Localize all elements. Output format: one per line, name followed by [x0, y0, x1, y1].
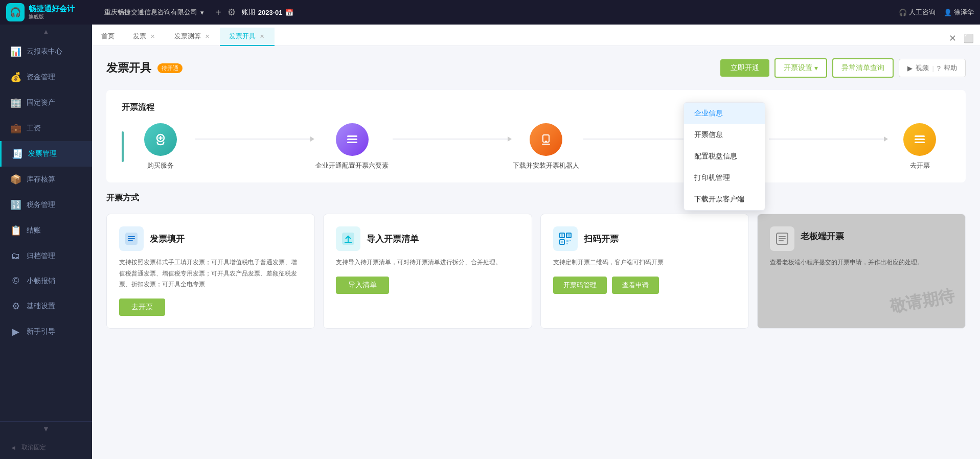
tab-invoice-open-close[interactable]: ✕ — [259, 33, 265, 40]
method-manual-icon — [119, 226, 144, 251]
tab-invoice-open[interactable]: 发票开具 ✕ — [220, 28, 275, 46]
go-invoice-btn[interactable]: 去开票 — [119, 299, 165, 316]
tab-invoice-open-label: 发票开具 — [229, 32, 256, 41]
company-selector[interactable]: 重庆畅捷交通信息咨询有限公司 ▾ — [99, 6, 209, 19]
gear-icon: ⚙ — [227, 7, 236, 18]
separator: | — [932, 64, 933, 72]
unpin-label: 取消固定 — [21, 443, 46, 452]
dropdown-arrow-icon: ▾ — [200, 9, 204, 16]
calendar-icon: 📅 — [285, 9, 293, 16]
support-btn[interactable]: 🎧 人工咨询 — [899, 8, 936, 17]
view-apply-btn[interactable]: 查看申请 — [612, 277, 659, 294]
import-list-btn[interactable]: 导入清单 — [336, 277, 389, 294]
step-connector-2 — [393, 139, 509, 140]
tab-invoice-calc[interactable]: 发票测算 ✕ — [165, 28, 220, 46]
user-profile-btn[interactable]: 👤 徐泽华 — [944, 8, 974, 17]
assets-icon: 🏢 — [10, 97, 21, 108]
settings-icon-btn[interactable]: ⚙ — [227, 7, 236, 18]
sidebar-label-settings: 基础设置 — [27, 302, 55, 311]
logo-area: 🎧 畅捷通好会计 旗舰版 — [6, 3, 93, 21]
page-title: 发票开具 — [106, 60, 151, 76]
tab-invoice-label: 发票 — [133, 32, 146, 41]
abnormal-list-btn[interactable]: 异常清单查询 — [832, 58, 894, 78]
boss-desc: 查看老板端小程序提交的开票申请，并作出相应的处理。 — [770, 257, 953, 268]
tab-invoice[interactable]: 发票 ✕ — [124, 28, 165, 46]
maximize-window-btn[interactable]: ⬜ — [962, 31, 976, 45]
invoice-setting-btn[interactable]: 开票设置 ▾ — [774, 58, 827, 78]
tab-invoice-calc-close[interactable]: ✕ — [204, 33, 211, 40]
svg-rect-18 — [128, 238, 135, 239]
step-config-label: 企业开通配置开票六要素 — [315, 161, 389, 170]
sidebar-item-finance[interactable]: 💰 资金管理 — [0, 64, 92, 90]
step-go-label: 去开票 — [910, 161, 930, 170]
page-content: 发票开具 待开通 立即开通 开票设置 ▾ 异常清单查询 ▶ 视频 | ? 帮助 — [92, 46, 980, 459]
sidebar-scroll-down[interactable]: ▼ — [0, 422, 92, 436]
unpin-btn[interactable]: ◄ 取消固定 — [0, 436, 92, 459]
sidebar-item-settings[interactable]: ⚙ 基础设置 — [0, 293, 92, 319]
sidebar-item-settle[interactable]: 📋 结账 — [0, 218, 92, 243]
play-icon: ▶ — [907, 64, 913, 72]
svg-rect-8 — [542, 144, 550, 145]
sidebar-label-assets: 固定资产 — [27, 98, 55, 107]
sidebar-item-archive[interactable]: 🗂 归档管理 — [0, 243, 92, 268]
activate-btn[interactable]: 立即开通 — [720, 59, 769, 77]
svg-rect-14 — [915, 139, 925, 140]
sidebar-item-reports[interactable]: 📊 云报表中心 — [0, 39, 92, 64]
tab-home[interactable]: 首页 — [92, 28, 124, 46]
flow-steps-container: 购买服务 企业开通配置开票六要素 下载并安装开票机器人 — [122, 123, 950, 170]
svg-rect-34 — [779, 238, 786, 239]
dropdown-item-printer[interactable]: 打印机管理 — [684, 167, 765, 189]
sidebar-label-guide: 新手引导 — [27, 327, 55, 336]
sidebar-item-guide[interactable]: ▶ 新手引导 — [0, 319, 92, 345]
svg-rect-3 — [347, 135, 357, 137]
period-selector[interactable]: 账期 2023-01 📅 — [242, 8, 294, 17]
dropdown-item-download-client[interactable]: 下载开票客户端 — [684, 189, 765, 210]
dropdown-item-invoice-info[interactable]: 开票信息 — [684, 124, 765, 146]
tab-invoice-close[interactable]: ✕ — [149, 33, 156, 40]
payroll-icon: 💼 — [10, 123, 21, 134]
flow-step-go: 去开票 — [889, 123, 950, 170]
flow-section: 开票流程 购买服务 企业开通配置开票六 — [106, 90, 966, 182]
inventory-icon: 📦 — [10, 174, 21, 185]
svg-rect-24 — [561, 234, 563, 237]
tab-bar: 首页 发票 ✕ 发票测算 ✕ 发票开具 ✕ ✕ ⬜ — [92, 25, 980, 46]
svg-rect-4 — [347, 139, 357, 140]
method-card-boss: 老板端开票 查看老板端小程序提交的开票申请，并作出相应的处理。 敬请期待 — [757, 214, 966, 329]
qr-manage-btn[interactable]: 开票码管理 — [553, 277, 607, 294]
step-buy-label: 购买服务 — [147, 161, 174, 170]
step-buy-icon — [144, 123, 177, 156]
flow-step-config: 企业开通配置开票六要素 — [315, 123, 389, 170]
close-window-btn[interactable]: ✕ — [945, 31, 960, 45]
archive-icon: 🗂 — [10, 250, 21, 261]
sidebar-item-inventory[interactable]: 📦 库存核算 — [0, 167, 92, 192]
tax-icon: 🔢 — [10, 199, 21, 211]
user-name: 徐泽华 — [954, 8, 974, 17]
sidebar-item-payroll[interactable]: 💼 工资 — [0, 116, 92, 141]
dropdown-item-company-info[interactable]: → 企业信息 — [684, 103, 765, 124]
flow-step-download: 下载并安装开票机器人 — [513, 123, 579, 170]
overlay-text: 敬请期待 — [888, 285, 956, 318]
svg-rect-26 — [567, 234, 570, 237]
method-section-title: 开票方式 — [106, 193, 966, 203]
method-card-scan: 扫码开票 支持定制开票二维码，客户端可扫码开票 开票码管理 查看申请 — [540, 214, 749, 329]
svg-rect-35 — [779, 240, 784, 241]
video-help-btn[interactable]: ▶ 视频 | ? 帮助 — [899, 59, 966, 77]
tab-invoice-calc-label: 发票测算 — [174, 32, 201, 41]
headset-icon: 🎧 — [899, 9, 907, 16]
sidebar-item-tax[interactable]: 🔢 税务管理 — [0, 192, 92, 218]
dropdown-item-tax-config[interactable]: 配置税盘信息 — [684, 146, 765, 167]
sidebar: ▲ 📊 云报表中心 💰 资金管理 🏢 固定资产 💼 工资 🧾 发票管理 📦 库存… — [0, 25, 92, 459]
method-manual-header: 发票填开 — [119, 226, 302, 251]
step-download-label: 下载并安装开票机器人 — [513, 161, 579, 170]
sidebar-item-invoice[interactable]: 🧾 发票管理 — [0, 141, 92, 167]
top-bar: 🎧 畅捷通好会计 旗舰版 重庆畅捷交通信息咨询有限公司 ▾ + ⚙ 账期 202… — [0, 0, 980, 25]
step-left-bar — [122, 131, 124, 162]
add-company-btn[interactable]: + — [215, 7, 221, 18]
svg-rect-28 — [561, 241, 563, 243]
sidebar-item-assets[interactable]: 🏢 固定资产 — [0, 90, 92, 116]
boss-icon — [770, 226, 794, 251]
step-connector-3 — [583, 139, 699, 140]
period-label-text: 账期 — [242, 8, 255, 17]
sidebar-item-expense[interactable]: © 小畅报销 — [0, 268, 92, 293]
sidebar-scroll-up[interactable]: ▲ — [0, 25, 92, 39]
